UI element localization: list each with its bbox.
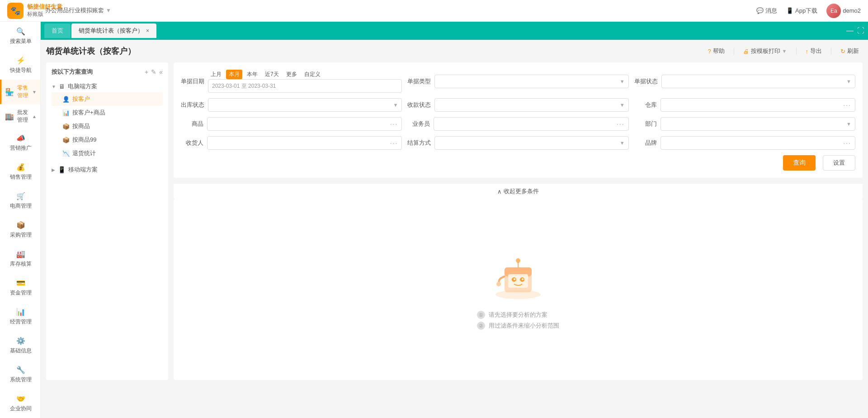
ecommerce-icon: 🛒 xyxy=(16,192,25,200)
sidebar-retail-label: 零售管理 xyxy=(16,84,29,100)
out-status-input[interactable]: ▼ xyxy=(208,98,402,112)
scheme-item-return[interactable]: 📉 退货统计 xyxy=(52,147,163,160)
result-area: ① 请先选择要分析的方案 ② 用过滤条件来缩小分析范围 xyxy=(174,199,863,380)
customer-icon: 👤 xyxy=(62,96,70,103)
sidebar-sales-label: 销售管理 xyxy=(10,173,32,181)
settlement-input[interactable]: ▼ xyxy=(434,136,628,150)
date-tab-lastmonth[interactable]: 上月 xyxy=(208,70,224,79)
hint-1-label: 请先选择要分析的方案 xyxy=(489,311,547,319)
desktop-group-icon: 🖥 xyxy=(59,83,65,90)
mobile-group-icon: 📱 xyxy=(58,166,66,173)
print-button[interactable]: 🖨 按模板打印 ▼ xyxy=(740,45,791,57)
message-label: 消息 xyxy=(765,7,777,15)
sidebar-item-quick-nav[interactable]: ⚡ 快捷导航 xyxy=(0,51,40,80)
warehouse-label: 仓库 xyxy=(634,101,657,109)
industry-dropdown-icon[interactable]: ▼ xyxy=(106,7,111,14)
date-tab-thismonth[interactable]: 本月 xyxy=(226,70,242,79)
message-button[interactable]: 💬 消息 xyxy=(756,7,777,15)
date-label: 单据日期 xyxy=(181,77,204,86)
date-tab-7days[interactable]: 近7天 xyxy=(262,70,282,79)
scheme-item-goods-label: 按商品 xyxy=(72,122,90,130)
date-tab-thisyear[interactable]: 本年 xyxy=(244,70,260,79)
app-download-icon: 📱 xyxy=(786,7,793,14)
goods-dots: ··· xyxy=(390,120,398,128)
sidebar-item-search[interactable]: 🔍 搜索菜单 xyxy=(0,22,40,51)
sidebar-item-system[interactable]: 🔧 系统管理 xyxy=(0,360,40,389)
scheme-item-by-customer[interactable]: 👤 按客户 xyxy=(52,92,163,106)
out-status-chevron: ▼ xyxy=(393,102,398,108)
sidebar-item-basic[interactable]: ⚙️ 基础信息 xyxy=(0,331,40,360)
collapse-bar[interactable]: ∧ 收起更多条件 xyxy=(174,183,863,199)
tab-current-label: 销货单统计表（按客户） xyxy=(79,27,143,35)
scheme-item-goods[interactable]: 📦 按商品 xyxy=(52,119,163,133)
date-tab-custom[interactable]: 自定义 xyxy=(302,70,323,79)
filter-field-settlement: 结算方式 ▼ xyxy=(407,136,628,150)
payment-status-input[interactable]: ▼ xyxy=(434,98,628,112)
date-tab-more[interactable]: 更多 xyxy=(283,70,300,79)
sidebar-item-inventory[interactable]: 🏭 库存核算 xyxy=(0,244,40,273)
sidebar-item-finance[interactable]: 💳 资金管理 xyxy=(0,273,40,302)
desktop-group-label: 电脑端方案 xyxy=(68,82,97,90)
date-tabs-row: 上月 本月 本年 近7天 更多 自定义 xyxy=(208,70,402,79)
goods-input[interactable]: ··· xyxy=(207,117,402,131)
voucher-status-input[interactable]: ▼ xyxy=(661,75,855,88)
sidebar-marketing-label: 营销推广 xyxy=(10,144,32,152)
page-actions: ? 帮助 🖨 按模板打印 ▼ ↑ 导出 xyxy=(704,45,863,57)
refresh-button[interactable]: ↻ 刷新 xyxy=(837,45,863,57)
help-label: 帮助 xyxy=(713,47,725,55)
user-name: demo2 xyxy=(843,7,861,14)
department-input[interactable]: ▼ xyxy=(660,117,855,131)
user-profile[interactable]: Ea demo2 xyxy=(826,4,861,18)
header-right: 💬 消息 📱 App下载 Ea demo2 xyxy=(756,4,861,18)
svg-point-9 xyxy=(516,258,520,263)
print-dropdown-icon[interactable]: ▼ xyxy=(782,48,787,54)
scheme-group-mobile: ▶ 📱 移动端方案 xyxy=(52,164,163,176)
sidebar-quicknav-label: 快捷导航 xyxy=(10,66,32,74)
system-icon: 🔧 xyxy=(16,366,25,374)
sidebar-item-enterprise[interactable]: 🤝 企业协同 xyxy=(0,389,40,418)
scheme-item-goods99[interactable]: 📦 按商品99 xyxy=(52,133,163,147)
recipient-input[interactable]: ··· xyxy=(207,136,402,150)
voucher-status-label: 单据状态 xyxy=(634,77,658,86)
app-download-button[interactable]: 📱 App下载 xyxy=(786,7,817,15)
scheme-add-icon[interactable]: + xyxy=(145,68,148,76)
settings-button[interactable]: 设置 xyxy=(823,155,855,171)
tab-current[interactable]: 销货单统计表（按客户） × xyxy=(71,24,156,38)
sidebar-basic-label: 基础信息 xyxy=(10,347,32,355)
date-range-value[interactable]: 2023-03-01 至 2023-03-31 xyxy=(208,79,402,93)
scheme-collapse-icon[interactable]: « xyxy=(159,68,163,76)
scheme-edit-icon[interactable]: ✎ xyxy=(151,68,156,76)
sidebar-item-purchase[interactable]: 📦 采购管理 xyxy=(0,215,40,244)
brand-input[interactable]: ··· xyxy=(660,136,855,150)
wholesale-icon: 🏬 xyxy=(5,112,14,121)
goods-icon: 📦 xyxy=(62,123,70,130)
logo-icon: 🐾 xyxy=(7,3,24,19)
query-button[interactable]: 查询 xyxy=(783,155,816,171)
recipient-dots: ··· xyxy=(390,139,398,147)
sidebar-item-sales[interactable]: 💰 销售管理 xyxy=(0,157,40,186)
export-label: 导出 xyxy=(810,47,822,55)
query-scheme-title: 按以下方案查询 xyxy=(52,68,93,76)
tab-home[interactable]: 首页 xyxy=(44,24,71,38)
sidebar-item-marketing[interactable]: 📣 营销推广 xyxy=(0,128,40,157)
mobile-group-label: 移动端方案 xyxy=(68,166,98,174)
minimize-icon[interactable]: — xyxy=(846,27,854,35)
sidebar-item-retail[interactable]: 🏪 零售管理 ▼ xyxy=(0,80,40,104)
sidebar-item-ecommerce[interactable]: 🛒 电商管理 xyxy=(0,186,40,215)
scheme-item-customer-goods[interactable]: 📊 按客户+商品 xyxy=(52,106,163,119)
scheme-group-mobile-header[interactable]: ▶ 📱 移动端方案 xyxy=(52,164,163,176)
sidebar-item-wholesale[interactable]: 🏬 批发管理 ▲ xyxy=(0,104,40,128)
industry-title[interactable]: 办公用品行业模拟账套 ▼ xyxy=(45,6,111,14)
maximize-icon[interactable]: ⛶ xyxy=(857,27,864,35)
filter-row-3: 商品 ··· 业务员 xyxy=(181,117,855,131)
salesman-input[interactable]: ··· xyxy=(434,117,628,131)
voucher-type-input[interactable]: ▼ xyxy=(434,75,628,88)
tab-close-icon[interactable]: × xyxy=(146,28,149,34)
help-button[interactable]: ? 帮助 xyxy=(704,45,728,57)
warehouse-input[interactable]: ··· xyxy=(660,98,855,112)
brand-label: 品牌 xyxy=(634,139,657,147)
scheme-group-desktop-header[interactable]: ▼ 🖥 电脑端方案 xyxy=(52,81,163,92)
export-button[interactable]: ↑ 导出 xyxy=(802,45,826,57)
tab-bar-right: — ⛶ xyxy=(846,27,864,35)
sidebar-item-operations[interactable]: 📊 经营管理 xyxy=(0,302,40,331)
